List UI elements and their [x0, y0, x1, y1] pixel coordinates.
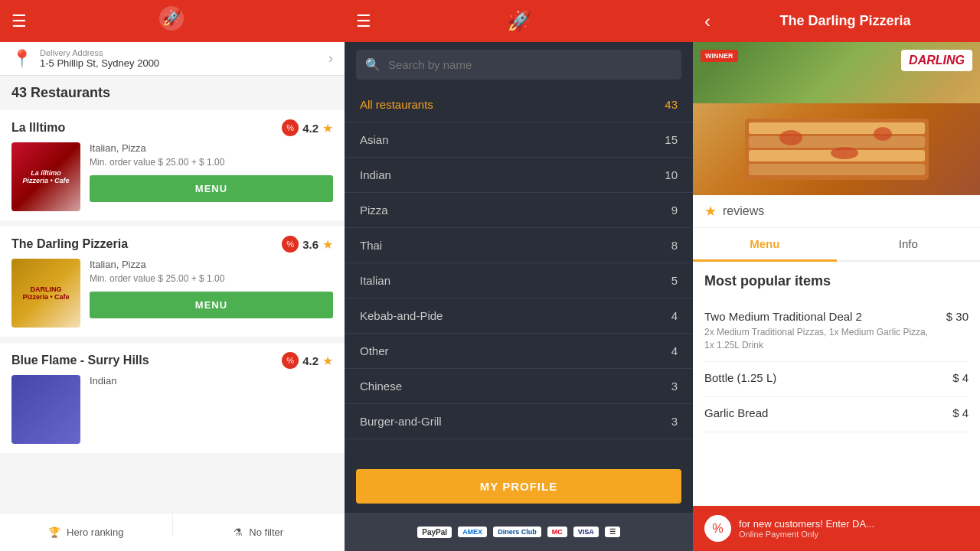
no-filter-btn[interactable]: ⚗ No filter [173, 514, 345, 551]
restaurant-name-3: Blue Flame - Surry Hills [11, 354, 149, 367]
rating-1: 4.2 [302, 122, 318, 135]
min-order-2: Min. order value $ 25.00 + $ 1.00 [90, 273, 333, 284]
item-info-2: Garlic Bread [704, 406, 945, 422]
category-count-6: 4 [671, 309, 678, 322]
more-payment-icon: ☰ [605, 527, 620, 537]
no-filter-label: No filter [249, 527, 283, 538]
category-count-5: 5 [671, 274, 678, 287]
visa-icon: VISA [573, 527, 599, 537]
discount-badge-2: % [282, 236, 299, 253]
mid-logo: 🚀 [505, 6, 533, 37]
restaurant-card-1: La Illtimo % 4.2 ★ La illtimoPizzeria • … [0, 110, 345, 220]
right-header: ‹ The Darling Pizzeria [693, 0, 980, 42]
menu-button-1[interactable]: MENU [90, 175, 333, 202]
category-count-0: 43 [665, 98, 678, 111]
category-item-6[interactable]: Kebab-and-Pide4 [345, 298, 693, 334]
menu-button-2[interactable]: MENU [90, 292, 333, 318]
category-count-3: 9 [671, 204, 678, 217]
item-info-1: Bottle (1.25 L) [704, 371, 945, 387]
category-label-8: Chinese [360, 380, 402, 393]
svg-rect-7 [749, 164, 925, 175]
restaurant-img-3 [11, 375, 80, 444]
star-icon-2: ★ [322, 237, 333, 252]
category-label-6: Kebab-and-Pide [360, 309, 443, 322]
svg-point-9 [831, 147, 858, 159]
section-title: Most popular items [704, 273, 969, 289]
category-item-0[interactable]: All restaurants43 [345, 87, 693, 122]
hero-logo: DARLING [901, 50, 972, 71]
item-info-0: Two Medium Traditional Deal 2 2x Medium … [704, 310, 939, 352]
category-item-1[interactable]: Asian15 [345, 122, 693, 158]
category-item-7[interactable]: Other4 [345, 334, 693, 369]
rating-3: 4.2 [302, 354, 318, 367]
tab-menu[interactable]: Menu [693, 228, 837, 262]
item-name-1: Bottle (1.25 L) [704, 371, 945, 384]
hero-ranking-btn[interactable]: 🏆 Hero ranking [0, 514, 172, 551]
item-price-2: $ 4 [952, 406, 969, 419]
item-desc-0: 2x Medium Traditional Pizzas, 1x Medium … [704, 326, 939, 352]
ranking-icon: 🏆 [48, 527, 60, 538]
chevron-right-icon: › [328, 51, 333, 67]
item-price-0: $ 30 [946, 310, 969, 323]
category-item-9[interactable]: Burger-and-Grill3 [345, 404, 693, 439]
menu-content: Most popular items Two Medium Traditiona… [693, 262, 980, 506]
diners-icon: Diners Club [493, 527, 541, 537]
category-item-4[interactable]: Thai8 [345, 228, 693, 263]
star-icon-3: ★ [322, 354, 333, 368]
category-label-5: Italian [360, 274, 390, 287]
restaurant-card-3: Blue Flame - Surry Hills % 4.2 ★ Indian [0, 343, 345, 453]
category-item-5[interactable]: Italian5 [345, 263, 693, 298]
right-restaurant-title: The Darling Pizzeria [722, 13, 969, 29]
category-label-9: Burger-and-Grill [360, 415, 442, 428]
delivery-bar[interactable]: 📍 Delivery Address 1-5 Phillip St, Sydne… [0, 42, 345, 76]
category-list: All restaurants43Asian15Indian10Pizza9Th… [345, 87, 693, 460]
promo-banner: % for new customers! Enter DA... Online … [693, 506, 980, 551]
bottom-bar: 🏆 Hero ranking ⚗ No filter [0, 513, 345, 551]
svg-text:🚀: 🚀 [507, 8, 532, 33]
tab-info[interactable]: Info [837, 228, 981, 260]
svg-point-8 [779, 130, 802, 145]
menu-item-0: Two Medium Traditional Deal 2 2x Medium … [704, 301, 969, 362]
category-label-3: Pizza [360, 204, 388, 217]
restaurant-hero-image: WINNER DARLING [693, 42, 980, 195]
item-price-1: $ 4 [952, 371, 969, 384]
category-item-3[interactable]: Pizza9 [345, 193, 693, 228]
category-item-2[interactable]: Indian10 [345, 158, 693, 193]
item-name-2: Garlic Bread [704, 406, 945, 419]
discount-badge-3: % [282, 352, 299, 369]
hero-ranking-label: Hero ranking [67, 527, 123, 538]
svg-rect-5 [749, 136, 925, 148]
category-label-1: Asian [360, 133, 389, 146]
reviews-text: reviews [723, 204, 764, 218]
payment-bar: PayPal AMEX Diners Club MC VISA ☰ [345, 513, 693, 551]
hero-food-image [693, 103, 980, 195]
cuisine-2: Italian, Pizza [90, 259, 333, 270]
item-name-0: Two Medium Traditional Deal 2 [704, 310, 939, 323]
hero-winner-badge: WINNER [701, 50, 738, 62]
search-bar[interactable]: 🔍 [356, 50, 681, 80]
search-input[interactable] [388, 58, 672, 71]
back-button[interactable]: ‹ [704, 11, 710, 32]
svg-text:🚀: 🚀 [162, 8, 181, 27]
mid-hamburger-icon[interactable]: ☰ [356, 11, 371, 31]
restaurant-img-1: La illtimoPizzeria • Cafe [11, 142, 80, 211]
restaurant-card-2: The Darling Pizzeria % 3.6 ★ DARLINGPizz… [0, 227, 345, 337]
left-panel: ☰ 🚀 📍 Delivery Address 1-5 Phillip St, S… [0, 0, 345, 551]
category-item-8[interactable]: Chinese3 [345, 369, 693, 404]
category-count-1: 15 [665, 133, 678, 146]
category-label-2: Indian [360, 168, 391, 181]
category-label-4: Thai [360, 239, 382, 252]
menu-items-container: Two Medium Traditional Deal 2 2x Medium … [704, 301, 969, 432]
category-label-7: Other [360, 344, 389, 357]
svg-point-10 [874, 127, 892, 141]
promo-text: for new customers! Enter DA... [739, 518, 874, 530]
svg-rect-4 [749, 122, 925, 134]
my-profile-button[interactable]: MY PROFILE [356, 469, 681, 504]
search-icon: 🔍 [365, 57, 381, 72]
cuisine-1: Italian, Pizza [90, 142, 333, 154]
hamburger-icon[interactable]: ☰ [11, 11, 27, 31]
menu-item-2: Garlic Bread $ 4 [704, 397, 969, 432]
category-count-9: 3 [671, 415, 678, 428]
menu-item-1: Bottle (1.25 L) $ 4 [704, 362, 969, 397]
restaurant-name-2: The Darling Pizzeria [11, 237, 128, 251]
